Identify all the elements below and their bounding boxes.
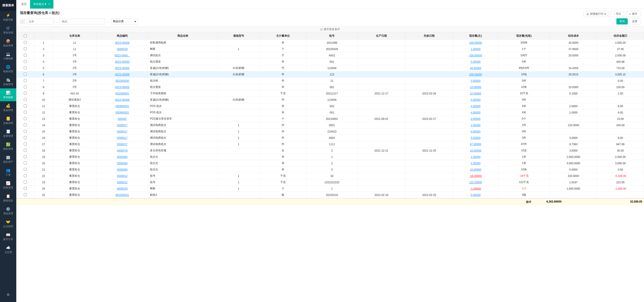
table-row[interactable]: 18 蓄置粒仓 0000078 多头异色玫瑰 支 2 2021-12-21 20… <box>16 147 644 154</box>
table-row[interactable]: 9 A01-01 001000001 子件保质期组 千克 20211217 20… <box>16 90 644 97</box>
table-row[interactable]: 20 蓄置粒仓 0000084 批次次 米 2 1.00000 1米 3,000… <box>16 160 644 167</box>
table-row[interactable]: 14 蓄置粒仓 0000017 测试电商批次 1 件 0001 2.00000 … <box>16 122 644 128</box>
th-checkbox[interactable] <box>16 32 34 40</box>
cell-checkbox[interactable] <box>16 65 34 71</box>
sidebar-item-guide[interactable]: 📖 新手引导 <box>0 230 16 243</box>
cell-checkbox[interactable] <box>16 116 34 122</box>
tab-inventory-batch[interactable]: 库存批次▼ ✕ <box>30 0 54 9</box>
cell-checkbox[interactable] <box>16 173 34 179</box>
warehouse-input[interactable] <box>27 19 54 25</box>
sidebar-item-retail[interactable]: 🛒 零售管理 <box>0 24 16 37</box>
sidebar-item-collab[interactable]: 🤝 企业协同 <box>0 218 16 230</box>
cell-warehouse: 蓄置粒仓 <box>53 179 96 186</box>
cell-checkbox[interactable] <box>16 147 34 154</box>
cell-spec <box>218 59 260 65</box>
table-row[interactable]: 2 11 0000029 蝉斯 1 个 20220429 1.00000 1个 … <box>16 46 644 52</box>
sidebar-item-invoice[interactable]: 🧾 发票管理 <box>0 127 16 140</box>
cell-batch: 20220216 <box>306 192 358 198</box>
cell-checkbox[interactable] <box>16 154 34 160</box>
cell-checkbox[interactable] <box>16 179 34 186</box>
table-row[interactable]: 1 11 0023-00009 软取通用枇杷 米 2021098 100.000… <box>16 40 644 46</box>
select-all-checkbox[interactable] <box>24 34 27 37</box>
cell-batch: 001 <box>306 84 358 90</box>
cell-code: 0000084 <box>96 167 148 173</box>
table-row[interactable]: 25 蓄置粒仓 001000031 鱿鱼A 瓶 20220216 2022-02… <box>16 192 644 198</box>
cell-checkbox[interactable] <box>16 160 34 167</box>
sidebar-item-ecom[interactable]: 🌐 电商管理 <box>0 63 16 75</box>
cell-checkbox[interactable] <box>16 122 34 128</box>
table-row[interactable]: 16 蓄置粒仓 0000017 测试电商批次 1 件 0003 3.00000 … <box>16 135 644 141</box>
export-btn[interactable]: ↑ 导出 <box>610 11 624 17</box>
sidebar-logo[interactable]: 搜索菜单 <box>0 0 16 11</box>
sidebar-item-fixed-asset[interactable]: 🏢 固定资产 <box>0 153 16 166</box>
table-row[interactable]: 10 测试透发2 0023-00008 富减(白色/奶糖) 白色/奶糖 件 12… <box>16 97 644 103</box>
cell-checkbox[interactable] <box>16 186 34 192</box>
table-row[interactable]: 13 蓄置粒仓 000097 POS显示库存异常 个 20210901 2021… <box>16 116 644 122</box>
sidebar-item-system[interactable]: ⚙️ 系统管理 <box>0 205 16 218</box>
category-select[interactable]: 商品分类 ▾ <box>111 19 138 25</box>
table-row[interactable]: 15 蓄置粒仓 0000017 测试电商批次 1 件 210423 0.0000… <box>16 128 644 135</box>
cell-warehouse: 蓄置粒仓 <box>53 154 96 160</box>
sidebar-item-wholesale[interactable]: 📦 批发管理 <box>0 37 16 50</box>
table-row[interactable]: 11 蓄置粒仓 000900001 POS 批次 米 002 4.00000 4… <box>16 103 644 109</box>
cell-name: 批次次 <box>148 154 218 160</box>
cell-checkbox[interactable] <box>16 97 34 103</box>
sidebar-item-basic[interactable]: 📋 基础信息 <box>0 192 16 205</box>
expand-view-btn[interactable]: ⤢ 展开 <box>626 11 640 17</box>
table-row[interactable]: 24 蓄置粒仓 0000029 蝉斯 1 个 1 -1.00000 -1个 1,… <box>16 186 644 192</box>
table-row[interactable]: 12 蓄置粒仓 000900001 POS 批次 米 001 4.00000 4… <box>16 109 644 116</box>
sidebar-item-hr[interactable]: 👥 工资 <box>0 166 16 179</box>
cell-checkbox[interactable] <box>16 52 34 59</box>
cell-checkbox[interactable] <box>16 192 34 198</box>
th-name: 商品名称 <box>148 32 218 40</box>
cell-checkbox[interactable] <box>16 59 34 65</box>
sidebar-settings[interactable]: ⚙ <box>0 290 16 300</box>
filter-expand-btn[interactable]: › <box>20 19 25 24</box>
table-row[interactable]: 17 蓄置粒仓 0000017 测试电商批次 1 件 1111 87.00000… <box>16 141 644 147</box>
sidebar-item-cloud[interactable]: ☁️ 云应用 <box>0 243 16 256</box>
table-container[interactable]: 仓库名称 商品编码 商品名称 规格型号 主计量单位 批号 生产日期 失效日期 现… <box>16 32 644 302</box>
table-row[interactable]: 6 1号 0023-00008 富减(白色/奶糖) 白色/奶糖 件 123 10… <box>16 71 644 78</box>
th-qty-pkg: 现存量(包装) <box>498 32 550 40</box>
table-row[interactable]: 3 1号 0023-0000... 测试批次 斤 A001 100.00000 … <box>16 52 644 59</box>
tab-close-icon[interactable]: ✕ <box>48 3 50 6</box>
cell-checkbox[interactable] <box>16 103 34 109</box>
cell-checkbox[interactable] <box>16 109 34 116</box>
table-row[interactable]: 19 蓄置粒仓 0000084 批次次 米 1 1.00000 1米 2,000… <box>16 154 644 160</box>
cell-checkbox[interactable] <box>16 128 34 135</box>
cell-checkbox[interactable] <box>16 90 34 97</box>
sidebar-item-tax[interactable]: 💹 税务管理 <box>0 140 16 153</box>
table-row[interactable]: 21 蓄置粒仓 0000084 批次次 米 3 10.00000 10米 0.0… <box>16 167 644 173</box>
table-row[interactable]: 8 2号 0023-00005 批次透发 米 001 10.00000 10米 … <box>16 84 644 90</box>
sidebar-item-purchase[interactable]: 🛍️ 采购管理 <box>0 75 16 88</box>
product-input[interactable] <box>60 19 105 25</box>
cell-checkbox[interactable] <box>16 167 34 173</box>
cell-qty-pkg: 0件 <box>498 97 550 103</box>
cell-prod-date: 2022-02-16 <box>358 192 405 198</box>
sidebar-item-inventory[interactable]: 📊 库存核账 <box>0 88 16 101</box>
table-row[interactable]: 23 蓄置粒仓 0000012 批号 1 千克 1222222222 122.0… <box>16 179 644 186</box>
cell-checkbox[interactable] <box>16 141 34 147</box>
settings-btn[interactable]: 设置 <box>629 18 640 25</box>
table-row[interactable]: 4 1号 0023-00005 批次透发 米 001 0.00000 0米 44… <box>16 59 644 65</box>
cell-checkbox[interactable] <box>16 135 34 141</box>
cell-checkbox[interactable] <box>16 84 34 90</box>
cell-checkbox[interactable] <box>16 78 34 84</box>
print-btn[interactable]: 🖨 按模板打印 ▾ <box>584 11 609 17</box>
expand-more-btn[interactable]: ☑ 展开更多条件 <box>320 27 340 31</box>
sidebar-item-ops[interactable]: 📈 经营管理 <box>0 179 16 192</box>
cell-checkbox[interactable] <box>16 71 34 78</box>
sidebar-item-small-ecom[interactable]: 💻 小额电商 <box>0 50 16 63</box>
cell-spec <box>218 154 260 160</box>
table-row[interactable]: 7 2号 001000026 批次框 件 11 0.00000 0件 0.00 <box>16 78 644 84</box>
sidebar-item-asset[interactable]: 💰 资金管理 <box>0 101 16 114</box>
search-btn[interactable]: 查询 <box>616 18 628 25</box>
table-row[interactable]: 22 蓄置粒仓 0000012 批号 1 千克 33 -16.00000 -16… <box>16 173 644 179</box>
sidebar-item-quick-nav[interactable]: ⚡ 快捷导航 <box>0 11 16 24</box>
cell-checkbox[interactable] <box>16 40 34 46</box>
cell-name: POS 批次 <box>148 109 218 116</box>
cell-checkbox[interactable] <box>16 46 34 52</box>
table-row[interactable]: 5 1号 0023-00005 富减(白色/奶糖) 白色/奶糖 件 123456… <box>16 65 644 71</box>
tab-home[interactable]: 首页 <box>18 0 30 9</box>
sidebar-item-general[interactable]: 📒 总账管理 <box>0 114 16 127</box>
